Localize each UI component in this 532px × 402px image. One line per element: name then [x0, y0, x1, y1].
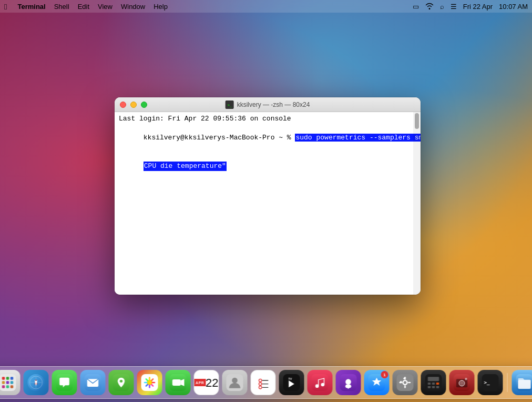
svg-rect-77	[436, 386, 439, 388]
terminal-command-line2: CPU die temperature"	[119, 152, 416, 180]
dock-appstore[interactable]: 1	[364, 370, 390, 395]
dock-safari[interactable]	[24, 370, 49, 395]
svg-rect-65	[404, 385, 406, 388]
minimize-button[interactable]	[130, 102, 137, 108]
terminal-titlebar: >_ kksilvery — -zsh — 80x24	[115, 97, 421, 112]
svg-rect-33	[152, 382, 156, 384]
svg-rect-15	[2, 385, 5, 388]
battery-icon[interactable]: ▭	[413, 3, 419, 11]
terminal-command-continued: CPU die temperature"	[144, 162, 227, 171]
svg-rect-14	[11, 381, 13, 384]
wifi-icon[interactable]	[425, 2, 434, 11]
terminal-icon: >_	[226, 100, 234, 109]
apple-menu[interactable]: 	[4, 2, 7, 11]
svg-point-28	[120, 380, 122, 383]
terminal-title-text: kksilvery — -zsh — 80x24	[237, 101, 310, 108]
dock-maps[interactable]	[109, 370, 134, 395]
menubar-terminal[interactable]: Terminal	[17, 3, 45, 11]
dock-appletv[interactable]: TV	[279, 370, 304, 395]
close-button[interactable]	[120, 102, 126, 108]
dock-music[interactable]	[308, 370, 333, 395]
svg-point-57	[345, 379, 351, 385]
calendar-month: APR	[196, 381, 204, 385]
dock-messages[interactable]	[52, 370, 77, 395]
svg-rect-11	[11, 377, 13, 379]
svg-point-81	[460, 381, 464, 385]
dock-terminal-app[interactable]: >_	[478, 370, 503, 395]
svg-rect-10	[6, 377, 9, 379]
svg-rect-35	[149, 385, 150, 388]
svg-rect-86	[518, 380, 531, 389]
dock-mail[interactable]	[80, 370, 106, 395]
dock-photos[interactable]	[137, 370, 162, 395]
dock-calculator[interactable]	[421, 370, 446, 395]
svg-point-54	[315, 384, 319, 388]
maximize-button[interactable]	[141, 102, 147, 108]
menubar-right: ▭ ⌕ ☰ Fri 22 Apr 10:07 AM	[413, 2, 528, 11]
svg-text:>_: >_	[228, 103, 232, 107]
menubar-edit[interactable]: Edit	[78, 3, 89, 11]
svg-rect-12	[2, 381, 5, 384]
svg-rect-37	[144, 382, 148, 384]
menubar-view[interactable]: View	[98, 3, 112, 11]
svg-rect-76	[432, 386, 435, 388]
menubar-left:  Terminal Shell Edit View Window Help	[4, 2, 168, 11]
terminal-window: >_ kksilvery — -zsh — 80x24 Last login: …	[115, 97, 421, 295]
svg-rect-40	[172, 379, 181, 386]
menubar:  Terminal Shell Edit View Window Help ▭…	[0, 0, 532, 13]
dock-syspreferences[interactable]	[393, 370, 418, 395]
dock: APR 22 TV	[0, 366, 532, 399]
svg-rect-44	[255, 374, 272, 391]
dock-separator	[507, 373, 508, 392]
svg-rect-71	[428, 377, 439, 381]
svg-rect-75	[428, 386, 431, 388]
svg-rect-67	[408, 382, 411, 384]
menubar-window[interactable]: Window	[121, 3, 145, 11]
menubar-shell[interactable]: Shell	[54, 3, 69, 11]
dock-reminders[interactable]	[251, 370, 276, 395]
svg-rect-53	[312, 374, 329, 391]
notification-icon[interactable]: ☰	[451, 3, 457, 11]
svg-rect-17	[11, 385, 13, 388]
svg-rect-31	[149, 377, 150, 380]
dock-launchpad[interactable]	[0, 370, 21, 395]
dock-calendar[interactable]: APR 22	[194, 370, 219, 395]
terminal-command: sudo powermetrics --samplers smc |grep -…	[295, 134, 421, 142]
dock-podcasts[interactable]	[336, 370, 361, 395]
search-icon[interactable]: ⌕	[440, 3, 444, 11]
dock-contacts[interactable]	[222, 370, 248, 395]
svg-rect-9	[2, 377, 5, 379]
scrollbar-thumb	[415, 113, 419, 129]
dock-photobooth[interactable]	[449, 370, 475, 395]
terminal-last-login: Last login: Fri Apr 22 09:55:36 on conso…	[119, 114, 416, 124]
svg-rect-74	[436, 383, 439, 385]
svg-text:>_: >_	[484, 379, 490, 385]
svg-text:TV: TV	[289, 377, 292, 380]
svg-rect-13	[6, 381, 9, 384]
traffic-lights	[120, 102, 147, 108]
svg-point-55	[321, 383, 325, 387]
dock-facetime[interactable]	[166, 370, 191, 395]
terminal-content[interactable]: Last login: Fri Apr 22 09:55:36 on conso…	[115, 112, 421, 295]
svg-rect-16	[6, 385, 9, 388]
svg-rect-73	[432, 383, 435, 385]
calendar-day: 22	[206, 375, 218, 390]
dock-folder[interactable]	[512, 370, 533, 395]
terminal-prompt: kksilvery@kksilverys-MacBook-Pro ~ %	[144, 134, 295, 142]
scrollbar[interactable]	[413, 112, 421, 295]
svg-rect-72	[428, 383, 431, 385]
terminal-command-line: kksilvery@kksilverys-MacBook-Pro ~ % sud…	[119, 124, 416, 152]
menubar-help[interactable]: Help	[154, 3, 168, 11]
svg-point-43	[232, 378, 238, 384]
svg-rect-82	[465, 378, 467, 380]
menubar-time: 10:07 AM	[499, 3, 528, 11]
appstore-badge: 1	[381, 371, 388, 378]
svg-point-63	[404, 381, 406, 384]
menubar-date: Fri 22 Apr	[463, 3, 493, 11]
terminal-title: >_ kksilvery — -zsh — 80x24	[226, 100, 310, 109]
